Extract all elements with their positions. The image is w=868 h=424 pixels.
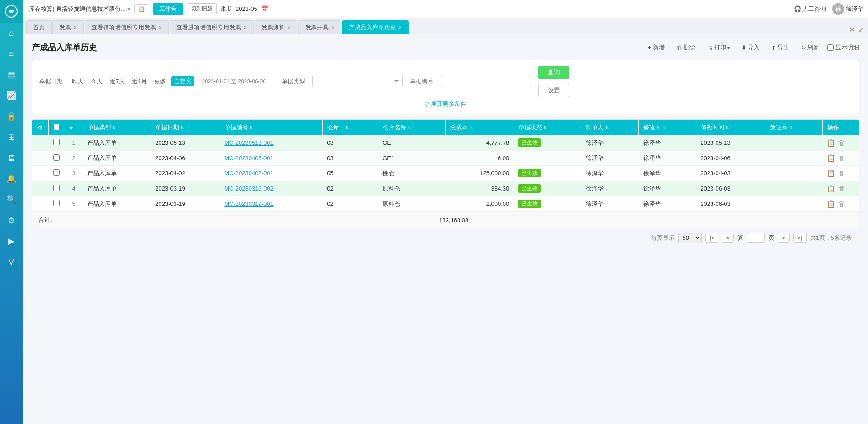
td-number-1[interactable]: MC-20230406-001 <box>220 151 322 166</box>
tab-home[interactable]: 首页 <box>26 20 52 34</box>
sidebar-icon-shield[interactable]: 🔒 <box>0 106 23 127</box>
sidebar-icon-play[interactable]: ▶ <box>0 231 23 252</box>
tab-purchase-vat[interactable]: 查看进项增值税专用发票× <box>170 20 254 34</box>
row-edit-1[interactable]: 📋 <box>827 154 835 162</box>
sidebar-icon-home[interactable]: ⌂ <box>0 23 23 43</box>
td-checkbox-2[interactable] <box>48 166 65 181</box>
close-all-tabs-btn[interactable]: ✕ <box>849 26 855 33</box>
sidebar-icon-grid[interactable]: ⊞ <box>0 127 23 148</box>
per-page-select[interactable]: 50 20 100 <box>678 233 702 243</box>
th-voucher[interactable]: 凭证号 ⇅ <box>765 120 822 135</box>
expand-more-btn[interactable]: ▽ 展开更多条件 <box>39 97 851 108</box>
row-checkbox-0[interactable] <box>53 139 60 145</box>
tab-invoice-open[interactable]: 发票开具× <box>298 20 341 34</box>
expand-tabs-btn[interactable]: ⤢ <box>859 26 864 34</box>
tab-close-purchase-vat[interactable]: × <box>244 24 247 31</box>
shortcut-yesterday[interactable]: 昨天 <box>70 77 85 86</box>
th-total-cost[interactable]: 总成本 ⇅ <box>446 120 514 135</box>
th-warehouse-code[interactable]: 仓库... ⇅ <box>322 120 378 135</box>
td-wname-3: 原料仓 <box>378 181 446 196</box>
sidebar-icon-chart-bar[interactable]: ▤ <box>0 64 23 85</box>
td-number-0[interactable]: MC-20230513-001 <box>220 135 322 151</box>
calendar-icon[interactable]: 📅 <box>261 5 268 12</box>
shortcut-7days[interactable]: 近7天 <box>108 77 127 86</box>
help-btn[interactable]: 🎧 人工咨询 <box>794 5 826 13</box>
switch-btn[interactable]: 切到旧版 <box>187 3 217 14</box>
type-filter-select[interactable]: 产品入库单 <box>312 76 403 87</box>
th-checkbox[interactable] <box>48 120 65 135</box>
tab-sales-vat[interactable]: 查看销项增值税专用发票× <box>85 20 169 34</box>
sidebar-icon-search[interactable]: 🔍 <box>0 189 23 210</box>
prev-page-btn[interactable]: < <box>722 233 734 243</box>
td-checkbox-4[interactable] <box>48 196 65 212</box>
row-checkbox-3[interactable] <box>53 185 60 191</box>
set-btn[interactable]: 设置 <box>538 84 569 97</box>
user-menu[interactable]: 徐 徐泽华 <box>832 3 863 15</box>
th-modifier[interactable]: 修改人 ⇅ <box>639 120 696 135</box>
sidebar-icon-gear[interactable]: ⚙ <box>0 210 23 231</box>
row-edit-2[interactable]: 📋 <box>827 169 835 177</box>
tab-close-sales-vat[interactable]: × <box>159 24 162 31</box>
row-delete-3[interactable]: 🗑 <box>838 185 845 192</box>
th-date[interactable]: 单据日期 ⇅ <box>151 120 220 135</box>
last-page-btn[interactable]: >| <box>793 233 807 243</box>
sidebar-icon-clock[interactable]: 🔔 <box>0 168 23 189</box>
td-checkbox-3[interactable] <box>48 181 65 196</box>
shortcut-today[interactable]: 今天 <box>89 77 104 86</box>
tab-close-invoice-calc[interactable]: × <box>288 24 291 31</box>
row-edit-4[interactable]: 📋 <box>827 200 835 208</box>
td-number-2[interactable]: MC-20230402-001 <box>220 166 322 181</box>
copy-btn[interactable]: 📋 <box>134 4 149 14</box>
company-selector[interactable]: (库存核算) 直播轻拢通信息技术股份... ▾ <box>27 5 131 13</box>
row-checkbox-4[interactable] <box>53 200 60 206</box>
row-checkbox-2[interactable] <box>53 169 60 176</box>
td-number-3[interactable]: MC-20230319-002 <box>220 181 322 196</box>
th-creator[interactable]: 制单人 ⇅ <box>581 120 639 135</box>
td-checkbox-0[interactable] <box>48 135 65 151</box>
row-delete-1[interactable]: 🗑 <box>838 154 845 162</box>
shortcut-custom[interactable]: 自定义 <box>171 76 194 86</box>
tab-invoice[interactable]: 发票× <box>52 20 84 34</box>
query-btn[interactable]: 查询 <box>538 66 569 79</box>
app-logo[interactable] <box>0 0 23 23</box>
page-number-input[interactable]: 1 <box>747 233 765 243</box>
row-edit-3[interactable]: 📋 <box>827 185 835 193</box>
workbench-btn[interactable]: 工作台 <box>153 3 183 15</box>
tab-close-product-history[interactable]: × <box>399 24 402 31</box>
next-page-btn[interactable]: > <box>778 233 790 243</box>
first-page-btn[interactable]: |< <box>705 233 718 243</box>
th-type[interactable]: 单据类型 ⇅ <box>83 120 151 135</box>
refresh-btn[interactable]: ↻ 刷新 <box>797 42 823 53</box>
sidebar-icon-document[interactable]: ≡ <box>0 43 23 64</box>
row-delete-4[interactable]: 🗑 <box>838 200 845 208</box>
sidebar-icon-analytics[interactable]: 📈 <box>0 85 23 106</box>
th-settings[interactable]: ⚙ <box>32 120 48 135</box>
tab-invoice-calc[interactable]: 发票测算× <box>255 20 297 34</box>
th-status[interactable]: 单据状态 ⇅ <box>514 120 581 135</box>
row-edit-0[interactable]: 📋 <box>827 139 835 147</box>
tab-close-invoice-open[interactable]: × <box>331 24 335 31</box>
tab-close-invoice[interactable]: × <box>74 24 77 31</box>
th-number[interactable]: 单据编号 ⇅ <box>220 120 322 135</box>
import-btn[interactable]: ⬇ 导入 <box>738 42 763 53</box>
row-checkbox-1[interactable] <box>53 154 60 161</box>
row-delete-0[interactable]: 🗑 <box>838 139 845 147</box>
sidebar-icon-v-logo[interactable]: V <box>0 252 23 272</box>
shortcut-more[interactable]: 更多 <box>152 77 168 86</box>
row-delete-2[interactable]: 🗑 <box>838 169 845 177</box>
shortcut-1month[interactable]: 近1月 <box>130 77 149 86</box>
td-number-4[interactable]: MC-20230319-001 <box>220 196 322 212</box>
th-modify-time[interactable]: 修改时间 ⇅ <box>696 120 765 135</box>
delete-btn[interactable]: 🗑 删除 <box>673 42 699 53</box>
sidebar-icon-monitor[interactable]: 🖥 <box>0 148 23 168</box>
display-toggle-checkbox[interactable] <box>827 44 834 51</box>
tab-product-history[interactable]: 产成品入库单历史× <box>342 20 409 34</box>
td-checkbox-1[interactable] <box>48 151 65 166</box>
display-toggle[interactable]: 显示明细 <box>827 43 859 52</box>
th-warehouse-name[interactable]: 仓库名称 ⇅ <box>378 120 446 135</box>
export-btn[interactable]: ⬆ 导出 <box>768 42 793 53</box>
print-btn[interactable]: 🖨 打印 ▾ <box>703 42 733 53</box>
new-btn[interactable]: + 新增 <box>644 42 668 53</box>
number-filter-input[interactable] <box>441 76 531 87</box>
select-all-checkbox[interactable] <box>53 124 60 130</box>
